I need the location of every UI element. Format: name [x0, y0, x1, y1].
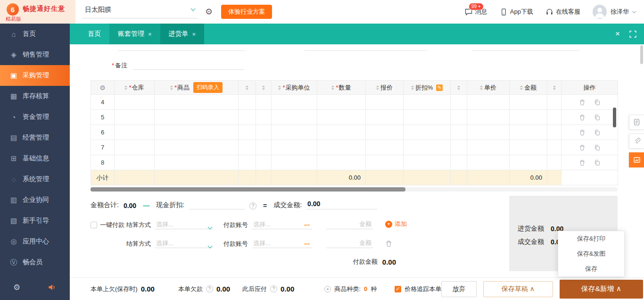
cell[interactable]: [239, 95, 256, 110]
cell-quantity[interactable]: [317, 95, 366, 110]
sort-icon[interactable]: [411, 85, 414, 90]
cell[interactable]: [256, 125, 272, 140]
delete-payment-row-icon[interactable]: [385, 240, 392, 247]
cell-warehouse[interactable]: [115, 155, 155, 170]
sidebar-settings-icon[interactable]: ⚙: [13, 283, 20, 292]
sort-icon[interactable]: [331, 85, 334, 90]
cell-price[interactable]: [467, 140, 510, 155]
cell-amount[interactable]: [510, 110, 547, 125]
save-draft-button[interactable]: 保存草稿 ∧: [483, 281, 553, 297]
checkbox-unchecked[interactable]: [91, 222, 97, 228]
cell[interactable]: [547, 125, 561, 140]
settle-method-select[interactable]: 选择...: [155, 220, 213, 229]
company-select[interactable]: 日太阳膜: [82, 6, 198, 18]
cell-product[interactable]: [155, 95, 239, 110]
cell-amount[interactable]: [510, 95, 547, 110]
cell[interactable]: [451, 140, 467, 155]
sort-icon[interactable]: [520, 85, 523, 90]
table-vertical-scrollbar[interactable]: [613, 108, 616, 127]
sidebar-item-membership[interactable]: Ⓥ畅会员: [0, 252, 70, 273]
cell-discount[interactable]: [404, 95, 451, 110]
tab-home[interactable]: 首页: [79, 24, 109, 44]
header-warehouse[interactable]: 仓库: [115, 81, 155, 95]
header-quantity[interactable]: 数量: [317, 81, 366, 95]
add-payment-button[interactable]: 添加: [385, 220, 407, 228]
sort-icon[interactable]: [246, 85, 248, 90]
delete-row-icon[interactable]: [579, 129, 586, 136]
close-icon[interactable]: ×: [192, 31, 196, 38]
cell-quote[interactable]: [366, 125, 404, 140]
close-icon[interactable]: ×: [148, 31, 152, 38]
sidebar-item-home[interactable]: ⌂首页: [0, 24, 70, 44]
cell-quote[interactable]: [366, 140, 404, 155]
sort-icon[interactable]: [376, 85, 379, 90]
cell-quantity[interactable]: [317, 155, 366, 170]
help-icon[interactable]: ?: [206, 285, 213, 292]
one-click-pay-checkbox-group[interactable]: 一键付款: [91, 221, 126, 229]
sidebar-item-guide[interactable]: ▧新手引导: [0, 210, 70, 231]
help-icon[interactable]: ?: [249, 202, 256, 209]
scan-entry-button[interactable]: 扫码录入: [193, 82, 223, 93]
copy-row-icon[interactable]: [594, 159, 601, 166]
copy-row-icon[interactable]: [594, 99, 601, 106]
header-unit[interactable]: 采购单位: [272, 81, 317, 95]
fullscreen-icon[interactable]: [629, 31, 636, 38]
cell-quote[interactable]: [366, 95, 404, 110]
sidebar-item-basic-info[interactable]: ⊞基础信息: [0, 148, 70, 169]
sort-icon[interactable]: [170, 85, 173, 90]
sidebar-item-app-center[interactable]: ◎应用中心: [0, 231, 70, 252]
save-item[interactable]: 保存: [558, 261, 624, 276]
tab-purchase-order[interactable]: 进货单×: [160, 24, 205, 44]
cell-quote[interactable]: [366, 110, 404, 125]
cell-quantity[interactable]: [317, 110, 366, 125]
cell-quote[interactable]: [366, 155, 404, 170]
cell-product[interactable]: [155, 140, 239, 155]
form-field-underline[interactable]: [471, 50, 580, 51]
cell[interactable]: [547, 110, 561, 125]
close-all-icon[interactable]: ×: [615, 29, 620, 39]
cell-product[interactable]: [155, 125, 239, 140]
cell-quantity[interactable]: [317, 140, 366, 155]
experience-solution-button[interactable]: 体验行业方案: [221, 5, 272, 19]
sidebar-item-collaboration[interactable]: ▥企业协同: [0, 190, 70, 210]
pay-amount-input[interactable]: 金额: [326, 239, 373, 248]
cell[interactable]: [451, 110, 467, 125]
note-tool-button[interactable]: [629, 115, 644, 130]
cell[interactable]: [547, 155, 561, 170]
help-icon[interactable]: ?: [270, 285, 277, 292]
cell-discount[interactable]: [404, 110, 451, 125]
page-scrollbar-thumb[interactable]: [640, 45, 643, 64]
header-product[interactable]: 商品扫码录入: [155, 81, 239, 95]
sidebar-item-operations[interactable]: ▤经营管理: [0, 127, 70, 148]
copy-row-icon[interactable]: [594, 144, 601, 151]
copy-row-icon[interactable]: [594, 114, 601, 121]
cell-unit[interactable]: [272, 95, 317, 110]
cell-warehouse[interactable]: [115, 110, 155, 125]
cell[interactable]: [547, 140, 561, 155]
announcement-speaker-icon[interactable]: [47, 283, 57, 292]
cell[interactable]: [256, 155, 272, 170]
cell-price[interactable]: [467, 125, 510, 140]
cell-unit[interactable]: [272, 110, 317, 125]
price-track-group[interactable]: 价格追踪本单: [395, 285, 441, 293]
cell-discount[interactable]: [404, 125, 451, 140]
header-amount[interactable]: 金额: [510, 81, 547, 95]
pay-amount-input[interactable]: 金额: [326, 220, 373, 229]
settings-gear-icon[interactable]: ⚙: [205, 7, 213, 17]
cell-price[interactable]: [467, 95, 510, 110]
user-menu[interactable]: 徐泽华: [593, 5, 636, 19]
cell-amount[interactable]: [510, 125, 547, 140]
delete-row-icon[interactable]: [579, 99, 586, 106]
save-and-print-item[interactable]: 保存&打印: [558, 231, 624, 246]
edit-pencil-icon[interactable]: ✎: [436, 84, 443, 91]
cell[interactable]: [547, 95, 561, 110]
header-collapsed[interactable]: [256, 81, 272, 95]
more-options-icon[interactable]: ⋯: [304, 222, 311, 229]
sort-icon[interactable]: [457, 85, 460, 90]
header-collapsed[interactable]: [547, 81, 561, 95]
sort-icon[interactable]: [262, 85, 265, 90]
header-quote[interactable]: 报价: [366, 81, 404, 95]
cell[interactable]: [239, 155, 256, 170]
abandon-button[interactable]: 放弃: [441, 281, 477, 297]
cell-quantity[interactable]: [317, 125, 366, 140]
